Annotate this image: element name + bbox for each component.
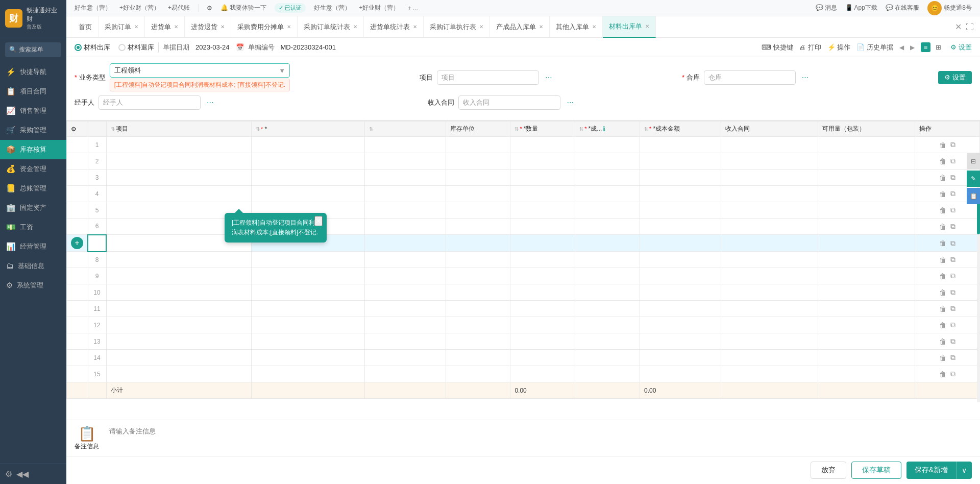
row-15-quantity[interactable] (510, 366, 575, 382)
row-4-delete-button[interactable]: 🗑 (938, 188, 947, 199)
row-6-cost-price[interactable] (575, 219, 640, 235)
row-12-material[interactable] (252, 317, 365, 333)
row-3-copy-button[interactable]: ⧉ (949, 172, 957, 183)
sidebar-item-basics[interactable]: 🗂 基础信息 (0, 256, 66, 276)
row-13-quantity[interactable] (510, 333, 575, 350)
row-11-spec[interactable] (365, 301, 446, 317)
row-5-cost-price[interactable] (575, 202, 640, 219)
grid-view-button[interactable]: ⊞ (933, 42, 944, 52)
sidebar-item-system[interactable]: ⚙ 系统管理 (0, 276, 66, 295)
announcement-item-2[interactable]: +好业财（营） (119, 4, 160, 12)
row-10-quantity[interactable] (510, 284, 575, 301)
row-3-cost-amount[interactable] (640, 170, 721, 186)
sidebar-item-sales[interactable]: 📈 销售管理 (0, 101, 66, 120)
save-draft-button[interactable]: 保存草稿 (851, 462, 901, 479)
row-8-quantity[interactable] (510, 252, 575, 268)
tab-inbound-stats[interactable]: 进货单统计表 ✕ (364, 16, 424, 38)
business-type-select[interactable]: 工程领料 ▼ (110, 63, 290, 78)
row-10-delete-button[interactable]: 🗑 (938, 287, 947, 298)
row-11-cost-price[interactable] (575, 301, 640, 317)
row-7-cost-amount[interactable] (640, 235, 721, 252)
row-8-delete-button[interactable]: 🗑 (938, 254, 947, 265)
settings-bottom-button[interactable]: ⚙ (5, 469, 12, 479)
row-15-income-contract[interactable] (721, 366, 818, 382)
row-6-income-contract[interactable] (721, 219, 818, 235)
row-15-project[interactable] (106, 366, 252, 382)
handler-dots-button[interactable]: ··· (207, 98, 213, 107)
remarks-input[interactable] (105, 425, 972, 437)
row-7-spec[interactable] (365, 235, 446, 252)
row-14-delete-button[interactable]: 🗑 (938, 352, 947, 363)
row-3-income-contract[interactable] (721, 170, 818, 186)
row-9-material[interactable] (252, 268, 365, 284)
col-header-material[interactable]: ⇅ * (252, 122, 365, 137)
row-9-cost-price[interactable] (575, 268, 640, 284)
row-4-spec[interactable] (365, 186, 446, 202)
tab-inbound[interactable]: 进货单 ✕ (145, 16, 185, 38)
row-3-delete-button[interactable]: 🗑 (938, 172, 947, 183)
page-settings-button[interactable]: ⚙ 设置 (950, 43, 972, 52)
row-1-material[interactable] (252, 137, 365, 153)
prev-doc-button[interactable]: ◀ (899, 44, 904, 51)
row-13-delete-button[interactable]: 🗑 (938, 336, 947, 347)
row-12-cost-price[interactable] (575, 317, 640, 333)
history-docs-button[interactable]: 📄 历史单据 (856, 43, 893, 52)
row-14-material[interactable] (252, 350, 365, 366)
online-service-button[interactable]: 💬 在线客服 (886, 4, 919, 12)
row-8-spec[interactable] (365, 252, 446, 268)
row-7-cell-1-input[interactable] (88, 237, 106, 249)
row-1-income-contract[interactable] (721, 137, 818, 153)
row-6-delete-button[interactable]: 🗑 (938, 221, 947, 232)
row-14-spec[interactable] (365, 350, 446, 366)
sidebar-item-finance[interactable]: 💰 资金管理 (0, 159, 66, 179)
row-5-income-contract[interactable] (721, 202, 818, 219)
row-11-income-contract[interactable] (721, 301, 818, 317)
row-13-cost-price[interactable] (575, 333, 640, 350)
row-13-material[interactable] (252, 333, 365, 350)
row-2-copy-button[interactable]: ⧉ (949, 156, 957, 166)
col-header-quantity[interactable]: ⇅ *数量 (510, 122, 575, 137)
row-8-copy-button[interactable]: ⧉ (949, 254, 957, 265)
cost-info-icon[interactable]: ℹ (603, 125, 605, 133)
col-header-spec[interactable]: ⇅ (365, 122, 446, 137)
row-14-project[interactable] (106, 350, 252, 366)
tab-inbound-stats-close[interactable]: ✕ (413, 24, 417, 30)
row-4-project[interactable] (106, 186, 252, 202)
announcement-more-2[interactable]: +好业财（营） (359, 4, 399, 12)
sidebar-item-assets[interactable]: 🏢 固定资产 (0, 198, 66, 217)
radio-material-out[interactable]: 材料出库 (75, 43, 110, 52)
row-3-project[interactable] (106, 170, 252, 186)
user-avatar[interactable]: 😊 畅捷通8号 (927, 1, 972, 15)
row-2-spec[interactable] (365, 153, 446, 170)
side-tool-3[interactable]: 📋 (967, 188, 980, 204)
row-11-quantity[interactable] (510, 301, 575, 317)
tab-purchase-exec-close[interactable]: ✕ (479, 24, 483, 30)
row-1-delete-button[interactable]: 🗑 (938, 139, 947, 150)
row-14-cost-price[interactable] (575, 350, 640, 366)
tab-purchase-stats[interactable]: 采购订单统计表 ✕ (298, 16, 364, 38)
col-header-settings[interactable]: ⚙ (67, 122, 88, 137)
row-12-income-contract[interactable] (721, 317, 818, 333)
handler-input[interactable]: 经手人 (99, 95, 201, 110)
sidebar-item-operations[interactable]: 📊 经营管理 (0, 237, 66, 256)
vertical-scrollbar[interactable] (977, 179, 980, 402)
row-4-income-contract[interactable] (721, 186, 818, 202)
row-7-input-1[interactable] (88, 235, 106, 252)
row-14-cost-amount[interactable] (640, 350, 721, 366)
operation-button[interactable]: ⚡ 操作 (827, 43, 851, 52)
row-7-copy-button[interactable]: ⧉ (949, 238, 957, 249)
row-10-income-contract[interactable] (721, 284, 818, 301)
row-5-cost-amount[interactable] (640, 202, 721, 219)
row-9-income-contract[interactable] (721, 268, 818, 284)
row-4-material[interactable] (252, 186, 365, 202)
row-6-cost-amount[interactable] (640, 219, 721, 235)
tab-purchase-expense[interactable]: 采购费用分摊单 ✕ (231, 16, 298, 38)
message-button[interactable]: 💬 消息 (816, 4, 837, 12)
row-7-quantity[interactable] (510, 235, 575, 252)
tooltip-close-button[interactable]: ✕ (314, 216, 323, 226)
project-input[interactable]: 项目 (437, 70, 539, 85)
discard-button[interactable]: 放弃 (811, 462, 846, 479)
tab-purchase-stats-close[interactable]: ✕ (353, 24, 357, 30)
income-contract-dots-button[interactable]: ··· (567, 98, 573, 107)
tab-other-inbound[interactable]: 其他入库单 ✕ (550, 16, 603, 38)
